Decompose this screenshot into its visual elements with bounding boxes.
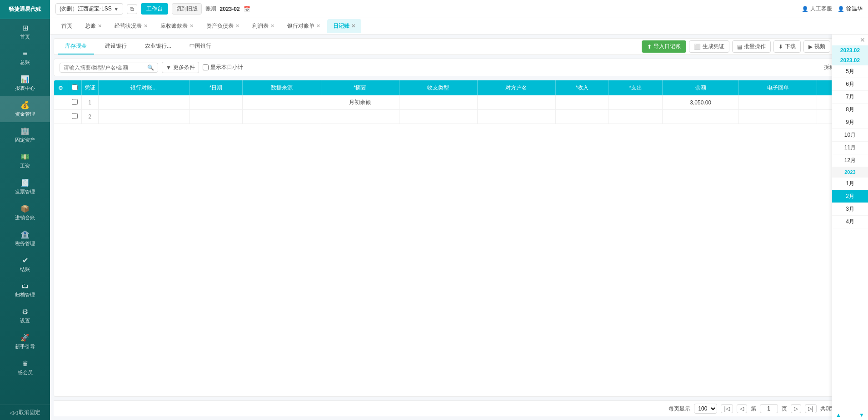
video-button[interactable]: ▶ 视频 — [803, 40, 830, 53]
date-panel-month-1[interactable]: 1月 — [832, 178, 868, 190]
sidebar-item-invoice[interactable]: 🧾 发票管理 — [0, 174, 50, 200]
row-checkbox[interactable] — [72, 99, 78, 105]
tab-journal[interactable]: 日记账 ✕ — [327, 19, 361, 33]
date-panel-month-11[interactable]: 11月 — [832, 142, 868, 154]
col-settings[interactable]: ⚙ — [54, 80, 68, 95]
date-panel-up-icon[interactable]: ▲ — [836, 412, 841, 418]
tab-label: 资产负债表 — [206, 22, 234, 30]
tab-bank[interactable]: 银行对账单 ✕ — [281, 19, 326, 33]
show-daily-checkbox[interactable] — [203, 64, 209, 70]
report-icon: 📊 — [20, 75, 30, 84]
sidebar-item-sales[interactable]: 📦 进销台账 — [0, 200, 50, 226]
close-period-icon: ✔ — [22, 256, 28, 265]
user-name-label: 徐温华 — [846, 5, 863, 13]
sidebar-item-close[interactable]: ✔ 结账 — [0, 252, 50, 277]
date-panel-month-12[interactable]: 12月 — [832, 154, 868, 167]
tab-close-icon[interactable]: ✕ — [235, 23, 239, 29]
tab-status[interactable]: 经营状况表 ✕ — [109, 19, 154, 33]
tab-receivable[interactable]: 应收账款表 ✕ — [155, 19, 200, 33]
date-panel-month-3[interactable]: 3月 — [832, 203, 868, 216]
company-name: (勿删）江西超宝-LSS — [60, 5, 112, 13]
sidebar-item-guide[interactable]: 🚀 新手引导 — [0, 329, 50, 355]
date-panel-close-button[interactable]: ✕ — [832, 35, 868, 45]
tab-close-icon[interactable]: ✕ — [98, 23, 102, 29]
row-settings[interactable] — [54, 110, 68, 124]
sub-tab-abc[interactable]: 农业银行... — [138, 39, 179, 54]
main-content: (勿删）江西超宝-LSS ▼ ⧉ 工作台 切到旧版 账期 2023-02 📅 👤… — [50, 0, 868, 420]
more-filter-button[interactable]: ▼ 更多条件 — [162, 62, 199, 73]
date-panel-month-10[interactable]: 10月 — [832, 129, 868, 142]
search-input[interactable] — [64, 64, 145, 71]
sidebar-item-settings[interactable]: ⚙ 设置 — [0, 303, 50, 329]
tab-close-icon[interactable]: ✕ — [270, 23, 274, 29]
user-profile[interactable]: 👤 徐温华 — [838, 5, 863, 13]
sidebar-item-label: 结账 — [20, 266, 30, 273]
next-page-button[interactable]: ▷ — [791, 404, 801, 413]
sub-tab-boc[interactable]: 中国银行 — [182, 39, 219, 54]
batch-op-button[interactable]: ▤ 批量操作 — [732, 40, 771, 53]
row-counterparty — [477, 95, 555, 110]
first-page-button[interactable]: |◁ — [721, 404, 733, 413]
unpin-button[interactable]: ◁◁ 取消固定 — [0, 405, 50, 420]
col-expense: *支出 — [609, 80, 663, 95]
row-checkbox-cell[interactable] — [68, 95, 81, 110]
sidebar-item-vip[interactable]: ♛ 畅会员 — [0, 355, 50, 380]
sub-tab-ccb[interactable]: 建设银行 — [98, 39, 134, 54]
date-panel-month-5[interactable]: 5月 — [832, 65, 868, 78]
date-panel-month-6[interactable]: 6月 — [832, 78, 868, 91]
payroll-icon: 💵 — [20, 153, 30, 161]
tab-label: 经营状况表 — [115, 22, 142, 30]
date-panel-down-icon[interactable]: ▼ — [859, 412, 864, 418]
row-settings[interactable] — [54, 95, 68, 110]
copy-button[interactable]: ⧉ — [127, 4, 137, 14]
date-panel-month-2[interactable]: 2月 — [832, 190, 868, 203]
row-checkbox[interactable] — [72, 113, 78, 119]
select-all-checkbox[interactable] — [72, 84, 78, 90]
page-input[interactable] — [760, 404, 778, 413]
date-panel-month-9[interactable]: 9月 — [832, 116, 868, 129]
switch-button[interactable]: 切到旧版 — [172, 3, 202, 15]
sidebar-item-label: 资金管理 — [15, 111, 35, 118]
tab-balance[interactable]: 资产负债表 ✕ — [200, 19, 245, 33]
tab-close-icon[interactable]: ✕ — [144, 23, 148, 29]
date-panel: ✕ 2023.02 2023.02 5月 6月 7月 8月 9月 10月 11月… — [832, 35, 868, 420]
unpin-label: 取消固定 — [19, 409, 40, 416]
fund-icon: 💰 — [20, 101, 30, 109]
sidebar-item-asset[interactable]: 🏢 固定资产 — [0, 122, 50, 148]
show-daily-checkbox-wrap[interactable]: 显示本日小计 — [203, 64, 243, 71]
sidebar-item-label: 总账 — [20, 59, 30, 66]
tab-close-icon[interactable]: ✕ — [316, 23, 320, 29]
date-panel-month-8[interactable]: 8月 — [832, 104, 868, 116]
generate-voucher-button[interactable]: ⬜ 生成凭证 — [689, 40, 729, 53]
sidebar-item-payroll[interactable]: 💵 工资 — [0, 148, 50, 174]
workbench-button[interactable]: 工作台 — [141, 3, 168, 15]
sub-tab-cash[interactable]: 库存现金 — [58, 39, 94, 54]
search-input-wrap[interactable]: 🔍 — [60, 63, 158, 73]
row-checkbox-cell[interactable] — [68, 110, 81, 124]
prev-page-button[interactable]: ◁ — [737, 404, 747, 413]
tab-ledger[interactable]: 总账 ✕ — [79, 19, 108, 33]
sidebar-item-home[interactable]: ⊞ 首页 — [0, 19, 50, 45]
date-panel-month-4[interactable]: 4月 — [832, 216, 868, 228]
sidebar-item-report[interactable]: 📊 报表中心 — [0, 70, 50, 96]
download-button[interactable]: ⬇ 下载 — [773, 40, 801, 53]
import-button[interactable]: ⬆ 导入日记账 — [642, 40, 686, 53]
last-page-button[interactable]: ▷| — [805, 404, 817, 413]
sidebar-item-fund[interactable]: 💰 资金管理 — [0, 96, 50, 122]
sidebar-item-archive[interactable]: 🗂 归档管理 — [0, 277, 50, 303]
tab-close-icon[interactable]: ✕ — [190, 23, 194, 29]
service-button[interactable]: 👤 人工客服 — [802, 5, 832, 13]
date-panel-month-7[interactable]: 7月 — [832, 91, 868, 104]
calendar-icon[interactable]: 📅 — [244, 6, 250, 12]
sidebar-item-tax[interactable]: 🏦 税务管理 — [0, 226, 50, 252]
per-page-select[interactable]: 100 50 200 — [694, 404, 717, 414]
tab-profit[interactable]: 利润表 ✕ — [246, 19, 280, 33]
sidebar-item-ledger[interactable]: ≡ 总账 — [0, 45, 50, 70]
company-selector[interactable]: (勿删）江西超宝-LSS ▼ — [55, 3, 123, 15]
page-content: 库存现金 建设银行 农业银行... 中国银行 ⬆ 导入日记账 ⬜ 生成凭证 ▤ … — [50, 35, 868, 420]
tab-close-icon[interactable]: ✕ — [351, 23, 355, 29]
row-counterparty — [477, 110, 555, 124]
period-value: 2023-02 — [220, 6, 240, 12]
video-icon: ▶ — [808, 44, 813, 50]
tab-home[interactable]: 首页 — [55, 19, 78, 33]
